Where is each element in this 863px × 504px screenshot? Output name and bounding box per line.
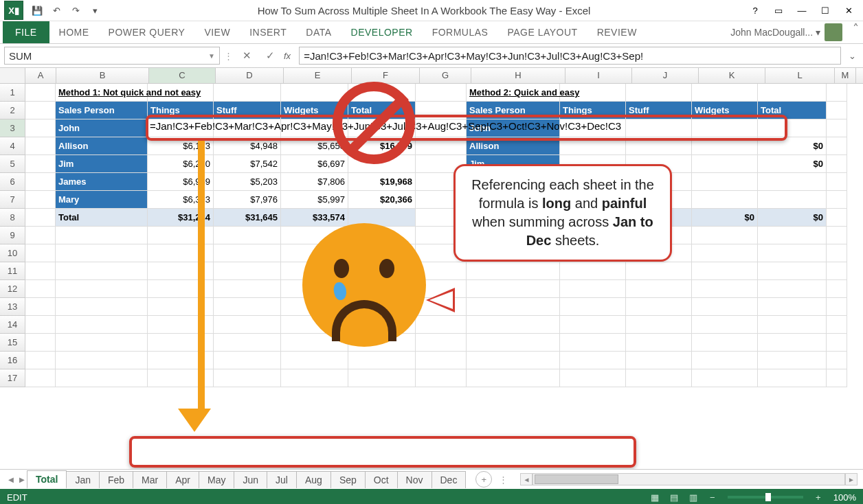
cell[interactable]	[56, 244, 148, 262]
cell[interactable]	[692, 262, 758, 280]
cell[interactable]: Things	[560, 102, 626, 119]
col-header[interactable]: B	[56, 68, 149, 83]
cell[interactable]	[56, 280, 148, 298]
minimize-icon[interactable]: —	[792, 3, 812, 18]
cell[interactable]	[348, 209, 416, 227]
cell[interactable]	[626, 369, 692, 387]
row-header[interactable]: 9	[0, 227, 25, 244]
cell[interactable]	[560, 84, 626, 102]
cell[interactable]	[214, 298, 281, 316]
cell[interactable]	[214, 280, 281, 298]
col-header[interactable]: M	[835, 68, 856, 83]
cell[interactable]	[467, 316, 560, 334]
row-header[interactable]: 5	[0, 155, 25, 173]
cell[interactable]	[692, 316, 758, 334]
cell[interactable]	[692, 191, 758, 209]
cell[interactable]	[758, 280, 827, 298]
cell[interactable]: $7,976	[214, 191, 281, 209]
sheet-tab-total[interactable]: Total	[27, 470, 67, 489]
cell[interactable]	[692, 369, 758, 387]
cell[interactable]	[560, 280, 626, 298]
cell[interactable]	[281, 244, 348, 262]
cell[interactable]	[416, 84, 467, 102]
cell[interactable]: $19,968	[348, 173, 416, 191]
cell[interactable]	[56, 262, 148, 280]
tab-power-query[interactable]: POWER QUERY	[99, 21, 195, 43]
cell[interactable]	[148, 84, 214, 102]
cell[interactable]	[692, 244, 758, 262]
cell[interactable]: Things	[148, 102, 214, 119]
cell[interactable]	[214, 244, 281, 262]
cell[interactable]	[758, 227, 827, 244]
row-header[interactable]: 14	[0, 316, 25, 334]
cell[interactable]	[692, 280, 758, 298]
col-header[interactable]: D	[216, 68, 284, 83]
select-all-triangle[interactable]	[0, 68, 25, 83]
cell[interactable]: Stuff	[214, 102, 281, 119]
cell[interactable]	[560, 334, 626, 352]
sheet-tab[interactable]: Oct	[365, 471, 398, 488]
cell[interactable]: $0	[758, 155, 827, 173]
row-header[interactable]: 12	[0, 280, 25, 298]
cell[interactable]: Total	[758, 102, 827, 119]
cell[interactable]	[281, 280, 348, 298]
cell[interactable]: Widgets	[281, 102, 348, 119]
cell[interactable]	[214, 334, 281, 352]
cell[interactable]	[827, 298, 847, 316]
cell[interactable]	[626, 316, 692, 334]
col-header[interactable]: L	[765, 68, 835, 83]
zoom-level[interactable]: 100%	[833, 492, 856, 503]
page-layout-view-icon[interactable]: ▤	[664, 491, 684, 503]
cell[interactable]: $0	[692, 209, 758, 227]
col-header[interactable]: G	[420, 68, 471, 83]
cell[interactable]: Total	[56, 209, 148, 227]
cell[interactable]: $5,997	[281, 191, 348, 209]
col-header[interactable]: I	[565, 68, 632, 83]
cell[interactable]	[827, 191, 847, 209]
cell[interactable]	[692, 298, 758, 316]
cell[interactable]	[827, 84, 847, 102]
cell[interactable]	[758, 84, 827, 102]
cell[interactable]	[626, 84, 692, 102]
cell[interactable]	[148, 369, 214, 387]
cell[interactable]: Method 2: Quick and easy	[467, 84, 560, 102]
col-header[interactable]: C	[149, 68, 216, 83]
cell[interactable]: $6,173	[148, 137, 214, 155]
cell[interactable]	[467, 334, 560, 352]
zoom-in-button[interactable]: +	[809, 491, 828, 503]
cell[interactable]	[56, 227, 148, 244]
cell[interactable]	[348, 369, 416, 387]
cell[interactable]: Allison	[467, 137, 560, 155]
cell[interactable]	[25, 352, 56, 369]
namebox-dropdown-icon[interactable]: ▼	[208, 52, 215, 60]
cell[interactable]: $20,366	[348, 191, 416, 209]
cell[interactable]	[827, 155, 847, 173]
cell[interactable]	[416, 102, 467, 119]
cell[interactable]	[626, 119, 692, 137]
cell[interactable]	[25, 209, 56, 227]
cell[interactable]	[214, 316, 281, 334]
cancel-formula-icon[interactable]: ✕	[237, 49, 256, 62]
cell[interactable]	[560, 352, 626, 369]
sheet-tab[interactable]: Jul	[267, 471, 297, 488]
cell[interactable]	[348, 155, 416, 173]
close-icon[interactable]: ✕	[838, 3, 859, 18]
tab-view[interactable]: VIEW	[194, 21, 240, 43]
cell[interactable]	[827, 316, 847, 334]
cell[interactable]: $6,393	[148, 191, 214, 209]
cell[interactable]: Total	[348, 102, 416, 119]
cell[interactable]: Sales Person	[56, 102, 148, 119]
cell[interactable]	[560, 262, 626, 280]
inline-edit-formula[interactable]: =Jan!C3+Feb!C3+Mar!C3+Apr!C3+May!C3+Jun!…	[150, 120, 621, 132]
cell[interactable]	[692, 155, 758, 173]
cell[interactable]	[626, 137, 692, 155]
undo-icon[interactable]: ↶	[48, 2, 65, 19]
cell[interactable]	[758, 316, 827, 334]
cell[interactable]	[25, 244, 56, 262]
cell[interactable]	[25, 84, 56, 102]
cell[interactable]	[467, 262, 560, 280]
ribbon-options-icon[interactable]: ▭	[768, 3, 789, 18]
enter-formula-icon[interactable]: ✓	[260, 49, 280, 62]
maximize-icon[interactable]: ☐	[815, 3, 836, 18]
sheet-tab[interactable]: May	[199, 471, 234, 488]
